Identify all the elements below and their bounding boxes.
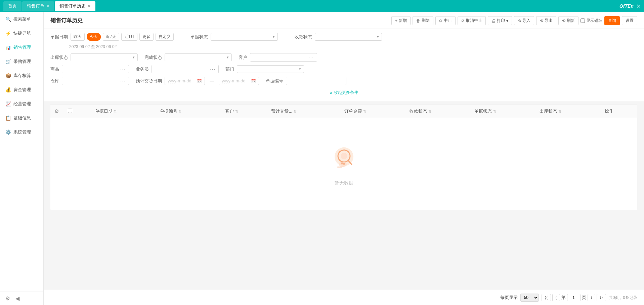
cancel-stop-button[interactable]: ⊘ 取消中止 (458, 16, 486, 25)
th-order-amount[interactable]: 订单金额 ⇅ (340, 105, 405, 118)
new-icon: + (395, 18, 397, 23)
warehouse-status-select[interactable]: ▾ (71, 53, 138, 61)
filter-customer: 客户 ··· (239, 53, 317, 62)
th-warehouse-status[interactable]: 出库状态 ⇅ (535, 105, 601, 118)
per-page-select[interactable]: 20 50 100 (520, 294, 539, 302)
print-button[interactable]: 🖨 打印 ▾ (488, 16, 512, 25)
dense-display-checkbox[interactable] (581, 18, 585, 23)
new-button[interactable]: + 新增 (391, 16, 411, 25)
sidebar-item-quick-nav[interactable]: ⚡ 快捷导航 (0, 26, 43, 40)
table-body: 暂无数据 (50, 118, 637, 210)
expected-delivery-end-text: yyyy-mm-dd (222, 78, 246, 83)
filter-row-2: 出库状态 ▾ 完成状态 ▾ 客户 (50, 53, 637, 62)
bill-number-input[interactable] (286, 77, 346, 85)
expected-delivery-start-text: yyyy-mm-dd (168, 78, 191, 83)
sidebar-item-sales-mgmt[interactable]: 📊 销售管理 (0, 40, 43, 54)
salesperson-label: 业务员 (136, 66, 149, 72)
bill-status-select[interactable]: ▾ (211, 33, 278, 41)
warehouse-status-chevron: ▾ (133, 55, 135, 60)
tab-sales-order-history-close[interactable]: ✕ (88, 4, 91, 8)
salesperson-select[interactable]: ··· (152, 65, 219, 73)
import-button[interactable]: ⟲ 导入 (514, 16, 534, 25)
settings-button[interactable]: 设置 (622, 16, 637, 25)
tab-sales-order-close[interactable]: ✕ (46, 4, 49, 8)
th-receipt-status[interactable]: 收款状态 ⇅ (405, 105, 471, 118)
warehouse-dots[interactable]: ··· (120, 78, 126, 83)
export-label: 导出 (545, 18, 553, 24)
export-button[interactable]: ⟲ 导出 (536, 16, 556, 25)
filter-row-4: 仓库 ··· 预计交货日期 yyyy-mm-dd 📅 — yyyy-mm-dd (50, 77, 637, 85)
warehouse-select[interactable]: ··· (62, 77, 129, 85)
expected-delivery-label: 预计交货日期 (136, 78, 162, 84)
date-btn-today[interactable]: 今天 (87, 33, 101, 41)
sidebar-item-inventory-calc[interactable]: 📦 库存核算 (0, 69, 43, 83)
basic-info-icon: 📋 (5, 115, 11, 121)
goods-dots[interactable]: ··· (120, 67, 126, 72)
empty-cell: 暂无数据 (50, 118, 637, 210)
th-bill-date[interactable]: 单据日期 ⇅ (91, 105, 156, 118)
th-settings: ⚙ (50, 105, 64, 118)
th-customer[interactable]: 客户 ⇅ (221, 105, 267, 118)
page-title-row: 销售订单历史 + 新增 🗑 删除 ⊘ 中止 ⊘ (50, 16, 637, 25)
stop-button[interactable]: ⊘ 中止 (435, 16, 456, 25)
bill-status-label: 单据状态 (190, 34, 208, 40)
department-select[interactable]: ▾ (237, 65, 304, 73)
th-bill-status[interactable]: 单据状态 ⇅ (470, 105, 535, 118)
dense-display-toggle[interactable]: 显示碰细 (581, 18, 602, 24)
sidebar-item-operations-mgmt[interactable]: 📈 经营管理 (0, 97, 43, 111)
filter-department: 部门 ▾ (225, 65, 304, 73)
print-chevron: ▾ (506, 18, 508, 23)
sidebar-item-purchase-mgmt[interactable]: 🛒 采购管理 (0, 54, 43, 69)
expected-delivery-start-input[interactable]: yyyy-mm-dd 📅 (165, 77, 205, 85)
filter-receipt-status: 收款状态 ▾ (295, 33, 382, 41)
customer-select[interactable]: ··· (250, 53, 317, 62)
customer-dots[interactable]: ··· (308, 55, 314, 60)
topbar-window-close[interactable]: ✕ (636, 3, 641, 9)
warehouse-label: 仓库 (50, 78, 59, 84)
tab-home[interactable]: 首页 (3, 1, 22, 11)
empty-state: 暂无数据 (54, 121, 633, 206)
sidebar-sales-mgmt-label: 销售管理 (13, 44, 31, 50)
sidebar-operations-mgmt-label: 经营管理 (13, 101, 31, 107)
page-next-btn[interactable]: ⟩ (588, 294, 595, 301)
th-bill-number[interactable]: 单据编号 ⇅ (156, 105, 221, 118)
sidebar-basic-info-label: 基础信息 (13, 115, 31, 121)
tab-sales-order-history-label: 销售订单历史 (59, 3, 86, 9)
date-btn-yesterday[interactable]: 昨天 (71, 33, 85, 41)
complete-status-select[interactable]: ▾ (165, 53, 232, 61)
tab-sales-order-history[interactable]: 销售订单历史 ✕ (55, 1, 95, 11)
sidebar-item-system-mgmt[interactable]: ⚙️ 系统管理 (0, 125, 43, 139)
sidebar-settings-icon[interactable]: ⚙ (5, 295, 10, 302)
delete-label: 删除 (422, 18, 430, 24)
sidebar-collapse-icon[interactable]: ◀ (15, 295, 19, 302)
filter-date-item: 单据日期 昨天 今天 近7天 近1月 更多 自定义 (50, 33, 174, 41)
page-last-btn[interactable]: ⟩⟩ (597, 294, 606, 301)
goods-select[interactable]: ··· (62, 65, 129, 73)
delete-button[interactable]: 🗑 删除 (413, 16, 433, 25)
refresh-button[interactable]: ⟲ 刷新 (558, 16, 578, 25)
date-btn-7days[interactable]: 近7天 (103, 33, 119, 41)
sidebar-item-search-menu[interactable]: 🔍 搜索菜单 (0, 12, 43, 26)
sidebar-item-basic-info[interactable]: 📋 基础信息 (0, 111, 43, 125)
th-receipt-status-label: 收款状态 (410, 108, 427, 114)
date-btn-custom[interactable]: 自定义 (156, 33, 174, 41)
date-btn-1month[interactable]: 近1月 (121, 33, 138, 41)
page-number-input[interactable] (567, 294, 581, 301)
table-settings-icon[interactable]: ⚙ (54, 108, 59, 114)
th-expected-delivery[interactable]: 预计交货... ⇅ (267, 105, 340, 118)
collapse-row[interactable]: ∧ 收起更多条件 (50, 88, 637, 97)
page-first-btn[interactable]: ⟨⟨ (542, 294, 551, 301)
sort-bill-status-icon: ⇅ (493, 109, 496, 114)
select-all-checkbox[interactable] (68, 109, 72, 113)
query-button[interactable]: 查询 (604, 16, 620, 25)
th-bill-date-label: 单据日期 (95, 108, 113, 114)
expected-delivery-end-input[interactable]: yyyy-mm-dd 📅 (219, 77, 259, 85)
receipt-status-select[interactable]: ▾ (315, 33, 382, 41)
tab-sales-order[interactable]: 销售订单 ✕ (22, 1, 54, 11)
sidebar-item-capital-mgmt[interactable]: 💰 资金管理 (0, 83, 43, 97)
salesperson-dots[interactable]: ··· (210, 67, 216, 72)
filter-row-1: 单据日期 昨天 今天 近7天 近1月 更多 自定义 单据状态 ▾ (50, 33, 637, 41)
date-btn-more[interactable]: 更多 (139, 33, 154, 41)
goods-label: 商品 (50, 66, 59, 72)
page-prev-btn[interactable]: ⟨ (552, 294, 560, 301)
